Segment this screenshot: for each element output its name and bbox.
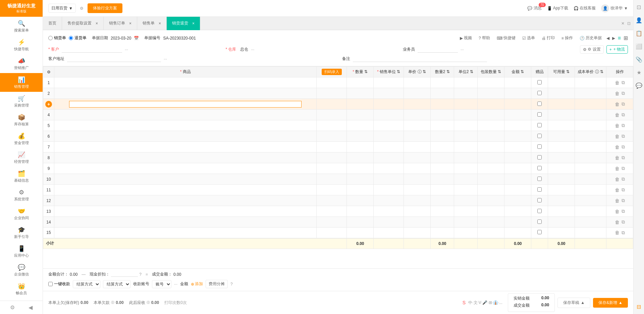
right-icon-2[interactable]: 👤	[634, 16, 644, 25]
message-btn[interactable]: 💬 消息 70	[527, 5, 542, 11]
copy-row-btn[interactable]: ⧉	[622, 187, 625, 193]
th-scan[interactable]: 扫码录入	[317, 67, 347, 77]
delete-row-btn[interactable]: 🗑	[615, 230, 620, 235]
gift-checkbox[interactable]	[537, 219, 542, 224]
customer-lookup[interactable]: ···	[125, 47, 128, 52]
delete-row-btn[interactable]: 🗑	[615, 112, 620, 118]
delete-row-btn[interactable]: 🗑	[615, 144, 620, 150]
delete-row-btn[interactable]: 🗑	[615, 102, 620, 107]
product-cell[interactable]	[54, 88, 317, 99]
gift-checkbox[interactable]	[537, 187, 542, 192]
view-list-icon[interactable]: ≡	[618, 35, 621, 41]
sidebar-item-14[interactable]: 👑畅会员	[0, 279, 43, 298]
select-btn[interactable]: ☑ 选单	[520, 34, 537, 42]
delete-row-btn[interactable]: 🗑	[615, 219, 620, 225]
delete-row-btn[interactable]: 🗑	[615, 91, 620, 96]
calendar-icon[interactable]: 📅	[134, 36, 139, 41]
delete-row-btn[interactable]: 🗑	[615, 187, 620, 193]
video-btn[interactable]: ▶ 视频	[458, 34, 474, 42]
right-icon-7[interactable]: 💬	[634, 81, 644, 90]
dots-icon[interactable]: ···	[174, 282, 177, 287]
copy-row-btn[interactable]: ⧉	[622, 230, 625, 236]
nav-prev[interactable]: ◀	[606, 36, 609, 41]
remark-input[interactable]	[353, 56, 487, 62]
delete-row-btn[interactable]: 🗑	[615, 198, 620, 203]
gear-icon[interactable]: ⚙	[80, 6, 84, 11]
th-gear[interactable]: ⚙	[43, 67, 54, 77]
tab-home[interactable]: 首页	[43, 17, 62, 30]
radio-return[interactable]: 退货单	[69, 35, 87, 41]
gift-checkbox[interactable]	[537, 209, 542, 213]
sidebar-item-5[interactable]: 📦库存核算	[0, 111, 43, 129]
account-select[interactable]: 账号	[152, 280, 171, 288]
gift-checkbox[interactable]	[537, 155, 542, 160]
radio-sale[interactable]: 销货单	[48, 35, 66, 41]
maximize-icon[interactable]: ⊡	[627, 21, 631, 26]
product-cell[interactable]	[54, 174, 317, 185]
staff-lookup[interactable]: ···	[461, 47, 464, 52]
product-cell[interactable]	[54, 206, 317, 217]
product-cell[interactable]	[54, 110, 317, 120]
warehouse-lookup[interactable]: ···	[251, 47, 254, 52]
copy-row-btn[interactable]: ⧉	[622, 133, 625, 139]
tab-price-settings[interactable]: 售价提取设置 ×	[62, 17, 104, 30]
copy-row-btn[interactable]: ⧉	[622, 155, 625, 161]
product-cell[interactable]	[54, 228, 317, 238]
delete-row-btn[interactable]: 🗑	[615, 155, 620, 161]
add-logistics-btn[interactable]: + + 物流	[606, 45, 628, 54]
copy-row-btn[interactable]: ⧉	[622, 112, 625, 118]
copy-row-btn[interactable]: ⧉	[622, 123, 625, 128]
copy-row-btn[interactable]: ⧉	[622, 166, 625, 171]
product-cell[interactable]	[54, 217, 317, 228]
address-input[interactable]	[67, 56, 161, 62]
gift-checkbox[interactable]	[537, 91, 542, 95]
delete-row-btn[interactable]: 🗑	[615, 123, 620, 128]
expense-btn[interactable]: 费用分摊	[206, 280, 228, 288]
product-cell[interactable]	[54, 163, 317, 174]
one-click-payment-checkbox[interactable]: 一键收款	[48, 281, 70, 287]
sidebar-item-9[interactable]: ⚙系统管理	[0, 186, 43, 204]
product-cell[interactable]	[54, 120, 317, 131]
sidebar-item-12[interactable]: 📱应用中心	[0, 242, 43, 261]
right-icon-4[interactable]: ⬜	[634, 42, 644, 51]
tab-return-close[interactable]: ×	[192, 21, 195, 26]
copy-row-btn[interactable]: ⧉	[622, 176, 625, 182]
sidebar-item-7[interactable]: 📈经营管理	[0, 148, 43, 167]
trial-btn[interactable]: 体验行业方案	[88, 3, 122, 13]
tab-sales-order-close[interactable]: ×	[129, 21, 131, 26]
radio-sale-input[interactable]	[48, 36, 53, 40]
right-icon-3[interactable]: 📋	[634, 29, 644, 38]
one-click-input[interactable]	[48, 282, 53, 286]
calc-method-select[interactable]: 结算方式	[73, 280, 100, 288]
gift-checkbox[interactable]	[537, 80, 542, 84]
gift-checkbox[interactable]	[537, 112, 542, 117]
tab-sales[interactable]: 销售单 ×	[137, 17, 167, 30]
sidebar-item-6[interactable]: 💰资金管理	[0, 129, 43, 148]
save-draft-btn[interactable]: 保存草稿 ▲	[557, 298, 590, 308]
right-icon-5[interactable]: 📎	[634, 55, 644, 64]
user-menu[interactable]: 👤 徐泽华 ▼	[601, 4, 628, 12]
product-cell[interactable]	[54, 152, 317, 163]
delete-row-btn[interactable]: 🗑	[615, 209, 620, 214]
add-row-btn[interactable]: +	[45, 101, 52, 108]
settings-icon[interactable]: ⚙	[10, 304, 15, 311]
product-input[interactable]	[69, 101, 301, 108]
customer-input[interactable]	[62, 46, 122, 53]
operate-btn[interactable]: ≡ 操作	[559, 34, 575, 42]
copy-row-btn[interactable]: ⧉	[622, 101, 625, 107]
staff-input[interactable]	[418, 46, 458, 53]
copy-row-btn[interactable]: ⧉	[622, 144, 625, 150]
gift-checkbox[interactable]	[537, 102, 542, 106]
sidebar-item-3[interactable]: 📊销售管理	[0, 73, 43, 92]
copy-row-btn[interactable]: ⧉	[622, 219, 625, 225]
sidebar-item-10[interactable]: 🤝企业协同	[0, 204, 43, 223]
delete-row-btn[interactable]: 🗑	[615, 166, 620, 171]
view-grid-icon[interactable]: ⊞	[624, 35, 628, 41]
gift-checkbox[interactable]	[537, 166, 542, 170]
gift-checkbox[interactable]	[537, 198, 542, 202]
delete-row-btn[interactable]: 🗑	[615, 177, 620, 182]
app-download-btn[interactable]: 📱 App下载	[547, 5, 568, 11]
gift-checkbox[interactable]	[537, 230, 542, 234]
sidebar-item-13[interactable]: 💬企业微信	[0, 261, 43, 279]
product-cell[interactable]	[54, 131, 317, 142]
